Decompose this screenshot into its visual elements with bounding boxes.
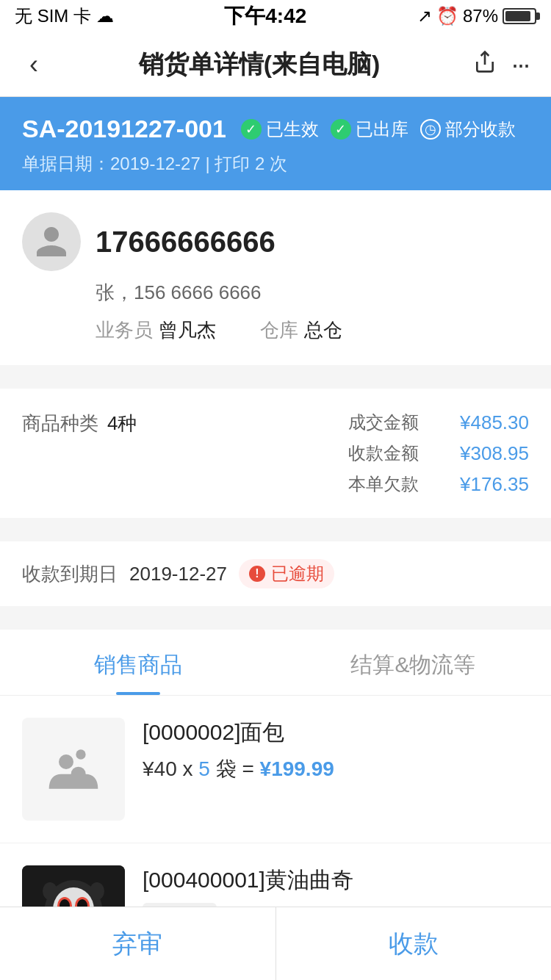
- nav-actions: ···: [473, 49, 529, 80]
- battery-icon: [503, 8, 536, 24]
- svg-point-12: [43, 882, 57, 900]
- back-button[interactable]: ‹: [22, 42, 46, 87]
- overdue-badge: ! 已逾期: [239, 559, 334, 588]
- battery-area: ↗ ⏰ 87%: [417, 6, 536, 26]
- location-icon: ↗: [417, 6, 432, 26]
- tab-sales-products[interactable]: 销售商品: [0, 630, 276, 695]
- time-label: 下午4:42: [224, 2, 306, 30]
- product-name-1: [0000002]面包: [143, 718, 529, 748]
- product-info-1: [0000002]面包 ¥40 x 5 袋 = ¥199.99: [143, 718, 529, 783]
- page-title: 销货单详情(来自电脑): [139, 48, 381, 82]
- status-badges: ✓ 已生效 ✓ 已出库 ◷ 部分收款: [241, 118, 516, 141]
- svg-point-13: [90, 882, 104, 900]
- due-label: 收款到期日: [22, 561, 118, 587]
- battery-percent: 87%: [463, 6, 498, 26]
- product-thumbnail-1: [22, 718, 125, 821]
- product-type-count: 商品种类 4种: [22, 411, 276, 436]
- clock-icon: ◷: [420, 119, 441, 140]
- badge-shipped: ✓ 已出库: [331, 118, 408, 141]
- balance-row: 本单欠款 ¥176.35: [348, 472, 529, 496]
- product-price-1: ¥40 x 5 袋 = ¥199.99: [143, 755, 529, 783]
- warehouse-label: 仓库: [260, 317, 298, 343]
- warehouse-info: 仓库 总仓: [260, 317, 342, 343]
- tabs-header: 销售商品 结算&物流等: [0, 630, 551, 696]
- customer-name-phone: 张，156 6666 6666: [22, 280, 529, 306]
- product-item: [0000002]面包 ¥40 x 5 袋 = ¥199.99: [0, 696, 551, 843]
- salesperson-info: 业务员 曾凡杰: [96, 317, 216, 343]
- balance-label: 本单欠款: [348, 472, 419, 496]
- received-label: 收款金额: [348, 442, 419, 465]
- badge-activated: ✓ 已生效: [241, 118, 319, 141]
- customer-phone: 17666666666: [96, 226, 276, 259]
- financial-stats: 成交金额 ¥485.30 收款金额 ¥308.95 本单欠款 ¥176.35: [276, 411, 529, 496]
- svg-point-1: [59, 754, 73, 769]
- salesperson-label: 业务员: [96, 317, 153, 343]
- stats-section: 商品种类 4种 成交金额 ¥485.30 收款金额 ¥308.95 本单欠款 ¥…: [0, 389, 551, 518]
- tabs-section: 销售商品 结算&物流等: [0, 630, 551, 696]
- abandon-review-button[interactable]: 弃审: [0, 907, 276, 980]
- order-sub-info: 单据日期：2019-12-27 | 打印 2 次: [22, 152, 529, 176]
- customer-section: 17666666666 张，156 6666 6666 业务员 曾凡杰 仓库 总…: [0, 190, 551, 365]
- alarm-icon: ⏰: [436, 6, 458, 26]
- share-button[interactable]: [473, 49, 497, 80]
- bottom-bar: 弃审 收款: [0, 907, 551, 980]
- warehouse-name: 总仓: [304, 317, 342, 343]
- amount-row: 成交金额 ¥485.30: [348, 411, 529, 434]
- more-button[interactable]: ···: [511, 49, 529, 80]
- product-name-2: [000400001]黄油曲奇: [143, 865, 529, 896]
- due-date-section: 收款到期日 2019-12-27 ! 已逾期: [0, 541, 551, 606]
- product-type-value: 4种: [107, 411, 137, 436]
- tab-settlement-logistics[interactable]: 结算&物流等: [276, 630, 551, 695]
- customer-meta: 业务员 曾凡杰 仓库 总仓: [22, 317, 529, 343]
- received-row: 收款金额 ¥308.95: [348, 442, 529, 465]
- check-icon-1: ✓: [241, 119, 262, 140]
- nav-bar: ‹ 销货单详情(来自电脑) ···: [0, 32, 551, 97]
- amount-label: 成交金额: [348, 411, 419, 434]
- received-value: ¥308.95: [433, 442, 529, 465]
- order-header-banner: SA-20191227-001 ✓ 已生效 ✓ 已出库 ◷ 部分收款 单据日期：…: [0, 97, 551, 190]
- salesperson-name: 曾凡杰: [159, 317, 216, 343]
- collect-payment-button[interactable]: 收款: [276, 907, 552, 980]
- balance-value: ¥176.35: [433, 473, 529, 496]
- overdue-icon: !: [249, 566, 265, 582]
- amount-value: ¥485.30: [433, 411, 529, 434]
- carrier-label: 无 SIM 卡 ☁: [15, 4, 114, 28]
- product-type-label: 商品种类: [22, 411, 98, 436]
- check-icon-2: ✓: [331, 119, 351, 140]
- customer-avatar: [22, 212, 81, 271]
- overdue-text: 已逾期: [271, 562, 324, 586]
- status-bar: 无 SIM 卡 ☁ 下午4:42 ↗ ⏰ 87%: [0, 0, 551, 32]
- order-id: SA-20191227-001: [22, 115, 226, 143]
- due-date-value: 2019-12-27: [129, 563, 227, 586]
- badge-partial-payment: ◷ 部分收款: [420, 118, 516, 141]
- svg-point-2: [76, 749, 85, 759]
